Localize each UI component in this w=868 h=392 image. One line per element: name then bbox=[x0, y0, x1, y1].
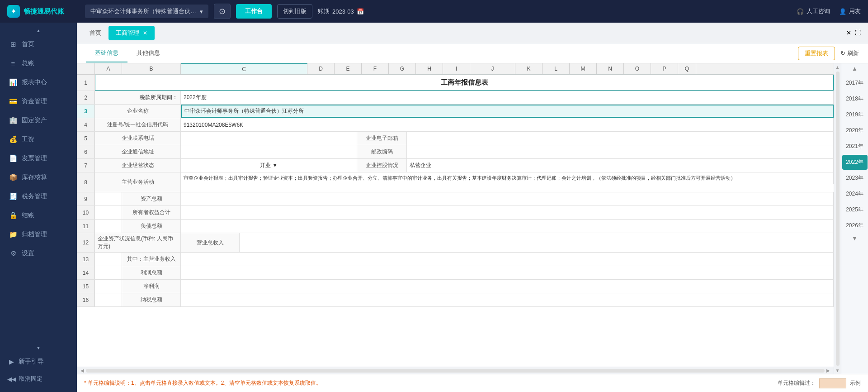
workbench-button[interactable]: 工作台 bbox=[236, 4, 272, 19]
col-header-i[interactable]: I bbox=[443, 63, 470, 74]
col-header-m[interactable]: M bbox=[570, 63, 597, 74]
year-item-2024[interactable]: 2024年 bbox=[842, 186, 868, 201]
h-scroll-track[interactable] bbox=[86, 369, 825, 373]
period-label: 账期 bbox=[318, 7, 330, 15]
h-scroll-right-btn[interactable]: ▶ bbox=[825, 367, 832, 374]
year-item-2019[interactable]: 2019年 bbox=[842, 107, 868, 122]
sidebar-item-ledger[interactable]: ≡ 总账 bbox=[0, 54, 77, 73]
sub-tab-other[interactable]: 其他信息 bbox=[127, 44, 169, 62]
copy-button[interactable]: ⊙ bbox=[214, 4, 231, 19]
v-scroll-up-btn[interactable]: ▲ bbox=[834, 63, 841, 71]
row7-equity[interactable]: 私营企业 bbox=[407, 159, 834, 172]
tab-close-icon[interactable]: ✕ bbox=[143, 30, 147, 36]
app-name: 畅捷通易代账 bbox=[24, 7, 64, 16]
year-item-2026[interactable]: 2026年 bbox=[842, 218, 868, 233]
tab-industry[interactable]: 工商管理 ✕ bbox=[108, 26, 155, 40]
row15-value[interactable] bbox=[181, 280, 834, 293]
tab-home[interactable]: 首页 bbox=[84, 25, 107, 41]
row7-status[interactable]: 开业 ▼ bbox=[181, 159, 357, 172]
v-scroll-down-btn[interactable]: ▼ bbox=[834, 367, 841, 374]
col-header-q[interactable]: Q bbox=[678, 63, 696, 74]
calendar-icon[interactable]: 📅 bbox=[357, 8, 364, 15]
h-scrollbar[interactable]: ◀ ▶ bbox=[77, 367, 834, 374]
sidebar-scroll-down[interactable]: ▼ bbox=[0, 344, 77, 352]
row16-value[interactable] bbox=[181, 293, 834, 306]
v-scrollbar[interactable]: ▲ ▼ bbox=[834, 63, 841, 374]
col-header-b[interactable]: B bbox=[122, 63, 181, 74]
row5-email[interactable] bbox=[407, 132, 834, 145]
year-item-2022[interactable]: 2022年 bbox=[842, 155, 868, 170]
row14-value[interactable] bbox=[181, 266, 834, 279]
row8-business[interactable]: 审查企业会计报表；出具审计报告；验证企业资本；出具验资报告；办理企业合开、分立、… bbox=[181, 172, 834, 184]
row3-value[interactable]: 中审众环会计师事务所（特殊普通合伙）江苏分所 bbox=[181, 105, 834, 118]
refresh-icon: ↻ bbox=[840, 50, 845, 57]
col-header-k[interactable]: K bbox=[515, 63, 542, 74]
row-num-11: 11 bbox=[77, 220, 95, 233]
col-header-a[interactable]: A bbox=[95, 63, 122, 74]
row13-value[interactable] bbox=[181, 253, 834, 266]
sidebar-item-archive[interactable]: 📁 归档管理 bbox=[0, 225, 77, 244]
col-header-l[interactable]: L bbox=[542, 63, 570, 74]
row9-a bbox=[95, 192, 122, 206]
salary-icon: 💰 bbox=[9, 135, 17, 143]
user-area[interactable]: 👤 用友 bbox=[839, 7, 861, 15]
col-header-c[interactable]: C bbox=[181, 63, 307, 74]
col-header-d[interactable]: D bbox=[307, 63, 335, 74]
year-item-2025[interactable]: 2025年 bbox=[842, 202, 868, 217]
v-scroll-track[interactable] bbox=[836, 72, 840, 366]
refresh-button[interactable]: ↻ 刷新 bbox=[840, 49, 859, 57]
sidebar-item-closing[interactable]: 🔒 结账 bbox=[0, 206, 77, 225]
window-expand-icon[interactable]: ⛶ bbox=[855, 29, 861, 36]
reset-button[interactable]: 重置报表 bbox=[798, 47, 835, 60]
year-nav-up[interactable]: ▲ bbox=[841, 63, 868, 74]
h-scroll-left-btn[interactable]: ◀ bbox=[79, 367, 86, 374]
col-header-f[interactable]: F bbox=[362, 63, 389, 74]
switch-old-button[interactable]: 切到旧版 bbox=[277, 4, 312, 19]
sidebar-item-report[interactable]: 📊 报表中心 bbox=[0, 73, 77, 92]
row5-phone[interactable] bbox=[181, 132, 357, 145]
row6-postal[interactable] bbox=[407, 145, 834, 158]
row4-value[interactable]: 91320100MA208E5W6K bbox=[181, 118, 834, 131]
row2-value[interactable]: 2022年度 bbox=[181, 91, 834, 104]
year-item-2017[interactable]: 2017年 bbox=[842, 76, 868, 91]
row10-a bbox=[95, 206, 122, 219]
col-header-h[interactable]: H bbox=[416, 63, 443, 74]
year-item-2020[interactable]: 2020年 bbox=[842, 123, 868, 138]
consult-button[interactable]: 🎧 人工咨询 bbox=[797, 7, 830, 15]
unfix-button[interactable]: ◀◀ 取消固定 bbox=[0, 371, 77, 387]
sidebar-item-tax[interactable]: 🧾 税务管理 bbox=[0, 187, 77, 206]
col-header-g[interactable]: G bbox=[389, 63, 416, 74]
content-area: 首页 工商管理 ✕ ✕ ⛶ 基础信息 其他信息 重置报表 bbox=[77, 23, 868, 392]
sidebar-item-assets[interactable]: 🏢 固定资产 bbox=[0, 111, 77, 130]
year-nav-down[interactable]: ▼ bbox=[841, 233, 868, 244]
col-header-n[interactable]: N bbox=[597, 63, 624, 74]
col-header-e[interactable]: E bbox=[335, 63, 362, 74]
sidebar-item-invoice[interactable]: 📄 发票管理 bbox=[0, 149, 77, 168]
row6-address[interactable] bbox=[181, 145, 357, 158]
col-header-j[interactable]: J bbox=[470, 63, 515, 74]
sidebar-item-finance[interactable]: 💳 资金管理 bbox=[0, 92, 77, 111]
row-num-6: 6 bbox=[77, 145, 95, 158]
row10-value[interactable] bbox=[181, 206, 834, 219]
sample-label: 示例 bbox=[850, 379, 861, 387]
title-cell[interactable]: 工商年报信息表 bbox=[95, 75, 834, 91]
sidebar-scroll-up[interactable]: ▲ bbox=[0, 26, 77, 35]
year-item-2018[interactable]: 2018年 bbox=[842, 91, 868, 106]
sidebar-item-salary[interactable]: 💰 工资 bbox=[0, 130, 77, 149]
sidebar-item-settings[interactable]: ⚙ 设置 bbox=[0, 244, 77, 263]
sidebar-item-home[interactable]: ⊞ 首页 bbox=[0, 35, 77, 54]
row9-value[interactable] bbox=[181, 192, 834, 206]
tab-industry-label: 工商管理 bbox=[116, 29, 139, 37]
year-item-2023[interactable]: 2023年 bbox=[842, 171, 868, 186]
sub-tab-basic[interactable]: 基础信息 bbox=[86, 44, 127, 62]
sidebar-item-inventory[interactable]: 📦 库存核算 bbox=[0, 168, 77, 187]
year-item-2021[interactable]: 2021年 bbox=[842, 139, 868, 154]
row11-value[interactable] bbox=[181, 220, 834, 233]
row12-value[interactable] bbox=[240, 233, 834, 252]
row-num-1: 1 bbox=[77, 75, 95, 91]
company-selector[interactable]: 中审众环会计师事务所（特殊普通合伙… ▾ bbox=[85, 5, 208, 18]
sidebar-newbie[interactable]: ▶ 新手引导 bbox=[0, 352, 77, 371]
window-close-icon[interactable]: ✕ bbox=[846, 29, 851, 36]
col-header-o[interactable]: O bbox=[624, 63, 651, 74]
col-header-p[interactable]: P bbox=[651, 63, 678, 74]
